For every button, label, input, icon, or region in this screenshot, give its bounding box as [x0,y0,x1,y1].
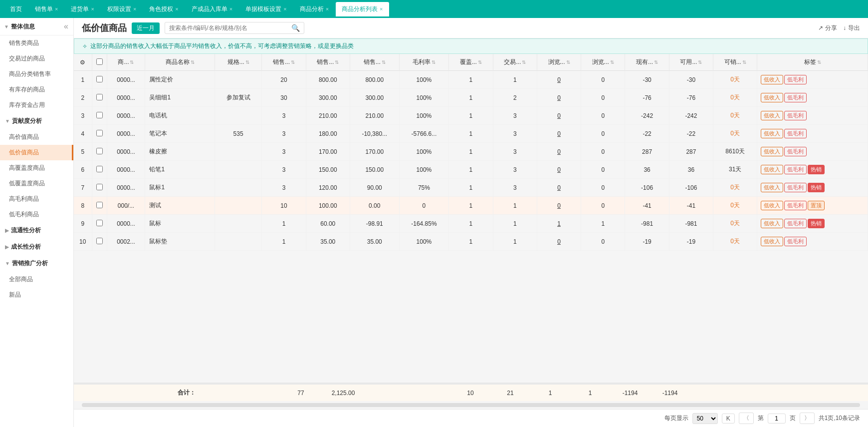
row-select-checkbox[interactable] [96,148,103,154]
row-select-checkbox[interactable] [96,76,103,82]
row-checkbox[interactable] [92,125,107,143]
row-browse1[interactable]: 0 [537,233,581,251]
settings-icon[interactable]: ⚙ [80,59,85,66]
sidebar-item-high-value[interactable]: 高价值商品 [0,129,73,145]
sidebar-item-new-products[interactable]: 新品 [0,287,73,303]
row-select-checkbox[interactable] [96,184,103,190]
close-icon[interactable]: × [133,6,136,12]
export-button[interactable]: ↓ 导出 [843,24,860,32]
sidebar-item-inventory-products[interactable]: 有库存的商品 [0,82,73,97]
browse-link[interactable]: 1 [557,220,561,227]
nav-product-analysis-list[interactable]: 商品分析列表 × [336,2,389,16]
row-select-checkbox[interactable] [96,112,103,118]
sidebar-group-circulation[interactable]: ▶ 流通性分析 [0,222,73,239]
sort-icon[interactable]: ⇅ [335,59,339,65]
row-checkbox[interactable] [92,161,107,179]
row-checkbox[interactable] [92,215,107,233]
row-browse1[interactable]: 0 [537,71,581,89]
prev-page-button[interactable]: 〈 [739,413,754,424]
row-select-checkbox[interactable] [96,220,103,226]
horizontal-scrollbar[interactable] [82,403,860,407]
row-browse1[interactable]: 0 [537,89,581,107]
row-browse1[interactable]: 0 [537,125,581,143]
search-input[interactable] [169,24,289,31]
row-name[interactable]: 铅笔1 [145,161,215,179]
nav-permission[interactable]: 权限设置 × [101,2,142,16]
row-checkbox[interactable] [92,71,107,89]
nav-sales-order[interactable]: 销售单 × [29,2,64,16]
sort-icon[interactable]: ⇅ [432,59,435,65]
sort-icon[interactable]: ⇅ [291,59,295,65]
row-select-checkbox[interactable] [96,238,103,244]
col-settings[interactable]: ⚙ [74,54,92,71]
row-browse1[interactable]: 0 [537,143,581,161]
row-name[interactable]: 笔记本 [145,125,215,143]
row-checkbox[interactable] [92,89,107,107]
next-page-button[interactable]: 〉 [800,413,815,424]
browse-link[interactable]: 0 [557,166,561,173]
row-checkbox[interactable] [92,143,107,161]
sidebar-item-all-products[interactable]: 全部商品 [0,272,73,287]
nav-home[interactable]: 首页 [4,2,28,16]
row-checkbox[interactable] [92,107,107,125]
row-select-checkbox[interactable] [96,202,103,208]
sidebar-item-low-coverage[interactable]: 低覆盖度商品 [0,176,73,191]
browse-link[interactable]: 0 [557,238,561,245]
row-checkbox[interactable] [92,179,107,197]
nav-purchase-order[interactable]: 进货单 × [65,2,100,16]
sort-icon[interactable]: ⇅ [610,59,614,65]
close-icon[interactable]: × [91,6,94,12]
page-number-input[interactable] [768,414,786,424]
sort-icon[interactable]: ⇅ [742,59,746,65]
sidebar-group-growth[interactable]: ▶ 成长性分析 [0,239,73,255]
close-icon[interactable]: × [55,6,58,12]
sidebar-group-overall[interactable]: ▼ 整体信息 [4,22,35,31]
sidebar-group-contribution[interactable]: ▼ 贡献度分析 [0,113,73,129]
browse-link[interactable]: 0 [557,94,561,101]
row-name[interactable]: 橡皮擦 [145,143,215,161]
sidebar-item-category-sales[interactable]: 商品分类销售率 [0,66,73,82]
sort-icon[interactable]: ⇅ [566,59,570,65]
nav-product-inbound[interactable]: 产成品入库单 × [186,2,238,16]
browse-link[interactable]: 0 [557,184,561,191]
row-browse1[interactable]: 1 [537,215,581,233]
row-select-checkbox[interactable] [96,166,103,172]
nav-product-analysis[interactable]: 商品分析 × [294,2,335,16]
sort-icon[interactable]: ⇅ [698,59,702,65]
row-name[interactable]: 属性定价 [145,71,215,89]
row-browse1[interactable]: 0 [537,179,581,197]
sidebar-item-low-value[interactable]: 低价值商品 [0,145,73,160]
search-icon[interactable]: 🔍 [291,24,300,32]
select-all-checkbox[interactable] [96,58,103,65]
close-icon[interactable]: × [175,6,178,12]
row-checkbox[interactable] [92,197,107,215]
row-browse1[interactable]: 0 [537,107,581,125]
sidebar-group-marketing[interactable]: ▼ 营销推广分析 [0,255,73,272]
sidebar-item-traded-products[interactable]: 交易过的商品 [0,51,73,66]
row-select-checkbox[interactable] [96,130,103,136]
sort-icon[interactable]: ⇅ [191,59,195,65]
sidebar-item-high-margin[interactable]: 高毛利商品 [0,191,73,207]
browse-link[interactable]: 0 [557,112,561,119]
close-icon[interactable]: × [283,6,286,12]
close-icon[interactable]: × [229,6,232,12]
row-select-checkbox[interactable] [96,94,103,100]
close-icon[interactable]: × [380,6,383,12]
browse-link[interactable]: 0 [557,76,561,83]
row-name[interactable]: 鼠标1 [145,179,215,197]
sidebar-item-low-margin[interactable]: 低毛利商品 [0,207,73,222]
row-browse1[interactable]: 0 [537,161,581,179]
browse-link[interactable]: 0 [557,148,561,155]
page-size-select[interactable]: 50 100 200 [692,413,718,424]
row-checkbox[interactable] [92,233,107,251]
share-button[interactable]: ↗ 分享 [818,24,837,32]
first-page-button[interactable]: K [722,414,735,424]
row-name[interactable]: 鼠标垫 [145,233,215,251]
sort-icon[interactable]: ⇅ [478,59,482,65]
sort-icon[interactable]: ⇅ [817,59,821,65]
sidebar-item-sales-products[interactable]: 销售类商品 [0,35,73,51]
browse-link[interactable]: 0 [557,202,561,209]
sidebar-item-inventory-capital[interactable]: 库存资金占用 [0,97,73,113]
close-icon[interactable]: × [326,6,329,12]
row-name[interactable]: 吴细细1 [145,89,215,107]
